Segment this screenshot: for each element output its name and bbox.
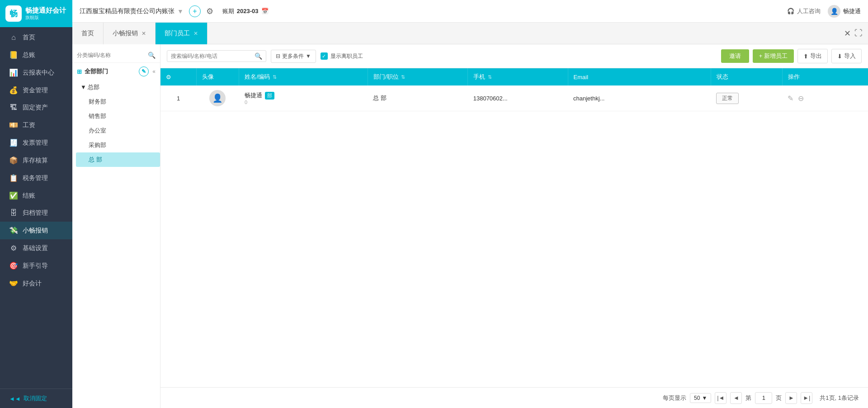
employee-table-wrap: ⚙ 头像 姓名/编码 ⇅ 部门/职位 ⇅ bbox=[160, 68, 868, 387]
dept-edit-button[interactable]: ✎ bbox=[139, 66, 149, 76]
settings-button[interactable]: ⚙ bbox=[206, 6, 213, 16]
logo-icon: 畅 bbox=[5, 5, 22, 22]
page-body: 🔍 ⊞ 全部部门 ✎ « ▼ 总部 财务部 销售部 办公室 bbox=[72, 44, 868, 408]
archive-icon: 🗄 bbox=[9, 209, 18, 217]
dept-item-zongbu-parent[interactable]: ▼ 总部 bbox=[76, 80, 160, 95]
sidebar-item-new-guide[interactable]: 🎯 新手引导 bbox=[0, 257, 72, 275]
col-header-settings[interactable]: ⚙ bbox=[160, 68, 196, 85]
cell-phone: 138070602... bbox=[468, 85, 568, 111]
xiaochang-icon: 💸 bbox=[9, 226, 18, 235]
edit-button[interactable]: ✎ bbox=[788, 95, 793, 102]
invite-button[interactable]: 邀请 bbox=[721, 49, 749, 63]
page-next-button[interactable]: ► bbox=[785, 392, 797, 404]
cell-avatar: 👤 bbox=[196, 85, 239, 111]
home-icon: ⌂ bbox=[9, 33, 18, 42]
dept-tree: ▼ 总部 财务部 销售部 办公室 采购部 总 部 bbox=[72, 80, 160, 167]
add-employee-button[interactable]: + 新增员工 bbox=[753, 49, 794, 63]
employee-search-input[interactable] bbox=[171, 53, 252, 59]
avatar: 👤 bbox=[209, 90, 226, 106]
sidebar-item-tax[interactable]: 📋 税务管理 bbox=[0, 169, 72, 187]
left-panel: 🔍 ⊞ 全部部门 ✎ « ▼ 总部 财务部 销售部 办公室 bbox=[72, 44, 160, 408]
topbar: 江西服宝精品有限责任公司内账张 ▼ + ⚙ 账期 2023-03 📅 🎧 人工咨… bbox=[72, 0, 868, 23]
tab-close-xiaochang[interactable]: ✕ bbox=[142, 30, 146, 37]
col-header-dept[interactable]: 部门/职位 ⇅ bbox=[368, 68, 467, 85]
table-row: 1 👤 畅捷通 部 0 总 部 138070602... chanjethkj.… bbox=[160, 85, 868, 111]
employee-search-icon[interactable]: 🔍 bbox=[255, 52, 262, 60]
employee-search-box: 🔍 bbox=[167, 50, 266, 62]
sidebar-item-report[interactable]: 📊 云报表中心 bbox=[0, 64, 72, 81]
sidebar-item-ledger[interactable]: 📒 总账 bbox=[0, 46, 72, 64]
dept-item-bangong[interactable]: 办公室 bbox=[76, 123, 160, 138]
unpin-button[interactable]: ◄◄ 取消固定 bbox=[0, 389, 72, 408]
sidebar-item-inventory[interactable]: 📦 库存核算 bbox=[0, 152, 72, 169]
per-page-chevron-icon: ▼ bbox=[702, 395, 707, 401]
delete-button[interactable]: ⊖ bbox=[798, 95, 804, 102]
sidebar-item-home[interactable]: ⌂ 首页 bbox=[0, 29, 72, 46]
sort-name-icon[interactable]: ⇅ bbox=[273, 74, 277, 80]
right-panel: 🔍 ⊟ 更多条件 ▼ ✓ 显示离职员工 邀请 + 新增员工 ⬆ 导出 bbox=[160, 44, 868, 408]
sidebar-item-basic-settings[interactable]: ⚙ 基础设置 bbox=[0, 239, 72, 257]
per-page-label: 每页显示 bbox=[663, 394, 686, 402]
sort-phone-icon[interactable]: ⇅ bbox=[488, 74, 492, 80]
grid-icon: ⊞ bbox=[77, 68, 82, 75]
sidebar-item-archive[interactable]: 🗄 归档管理 bbox=[0, 204, 72, 222]
filter-chevron-icon: ▼ bbox=[306, 53, 311, 59]
tab-home[interactable]: 首页 bbox=[72, 23, 104, 44]
user-menu[interactable]: 👤 畅捷通 bbox=[828, 5, 861, 18]
tab-close-button[interactable]: ✕ bbox=[844, 28, 851, 38]
service-button[interactable]: 🎧 人工咨询 bbox=[787, 7, 821, 15]
topbar-right: 🎧 人工咨询 👤 畅捷通 bbox=[787, 5, 861, 18]
export-button[interactable]: ⬆ 导出 bbox=[797, 49, 828, 63]
calendar-icon[interactable]: 📅 bbox=[261, 8, 269, 14]
dept-item-caigou[interactable]: 采购部 bbox=[76, 138, 160, 152]
dept-item-caiwu[interactable]: 财务部 bbox=[76, 95, 160, 109]
col-header-actions: 操作 bbox=[782, 68, 868, 85]
tab-expand-button[interactable]: ⛶ bbox=[854, 28, 863, 38]
main-content: 江西服宝精品有限责任公司内账张 ▼ + ⚙ 账期 2023-03 📅 🎧 人工咨… bbox=[72, 0, 868, 408]
page-prev-button[interactable]: ◄ bbox=[730, 392, 742, 404]
cell-dept: 总 部 bbox=[368, 85, 467, 111]
dept-item-zongbu[interactable]: 总 部 bbox=[76, 152, 160, 167]
sidebar-item-invoice[interactable]: 🧾 发票管理 bbox=[0, 134, 72, 152]
cell-num: 1 bbox=[160, 85, 196, 111]
import-button[interactable]: ⬇ 导入 bbox=[831, 49, 862, 63]
sidebar-item-fund[interactable]: 💰 资金管理 bbox=[0, 81, 72, 99]
col-header-name[interactable]: 姓名/编码 ⇅ bbox=[239, 68, 368, 85]
sidebar-item-salary[interactable]: 💴 工资 bbox=[0, 116, 72, 134]
all-departments-header[interactable]: ⊞ 全部部门 ✎ « bbox=[72, 63, 160, 80]
page-input[interactable] bbox=[755, 392, 772, 404]
sidebar-item-xiaochang[interactable]: 💸 小畅报销 bbox=[0, 222, 72, 239]
dept-collapse-button[interactable]: « bbox=[152, 68, 156, 75]
col-header-email: Email bbox=[568, 68, 711, 85]
sidebar-item-partner[interactable]: 🤝 好会计 bbox=[0, 275, 72, 292]
sidebar-item-fixed-asset[interactable]: 🏗 固定资产 bbox=[0, 99, 72, 116]
toolbar-right-actions: 邀请 + 新增员工 ⬆ 导出 ⬇ 导入 bbox=[721, 49, 862, 63]
dept-item-xiaoshou[interactable]: 销售部 bbox=[76, 109, 160, 123]
filter-button[interactable]: ⊟ 更多条件 ▼ bbox=[271, 50, 316, 63]
dept-search-input[interactable] bbox=[77, 52, 145, 58]
tab-close-dept-employee[interactable]: ✕ bbox=[193, 30, 198, 37]
ledger-icon: 📒 bbox=[9, 51, 18, 59]
pagination-bar: 每页显示 50 ▼ |◄ ◄ 第 页 ► ►| 共1页, 1条记录 bbox=[160, 387, 868, 408]
add-company-button[interactable]: + bbox=[189, 5, 201, 17]
sidebar-item-checkout[interactable]: ✅ 结账 bbox=[0, 187, 72, 204]
col-header-phone[interactable]: 手机 ⇅ bbox=[468, 68, 568, 85]
dept-search-icon[interactable]: 🔍 bbox=[148, 52, 156, 59]
invoice-icon: 🧾 bbox=[9, 138, 18, 147]
headset-icon: 🎧 bbox=[787, 8, 794, 14]
tab-xiaochang[interactable]: 小畅报销 ✕ bbox=[104, 23, 156, 44]
show-resigned-checkbox[interactable]: ✓ 显示离职员工 bbox=[321, 52, 363, 60]
sidebar: 畅 畅捷通好会计 旗舰版 ⌂ 首页 📒 总账 📊 云报表中心 💰 资金管理 🏗 … bbox=[0, 0, 72, 408]
page-first-button[interactable]: |◄ bbox=[715, 392, 726, 404]
fund-icon: 💰 bbox=[9, 86, 18, 95]
page-label: 第 bbox=[745, 394, 751, 402]
avatar: 👤 bbox=[828, 5, 840, 18]
company-selector[interactable]: 江西服宝精品有限责任公司内账张 ▼ bbox=[80, 7, 184, 15]
tax-icon: 📋 bbox=[9, 174, 18, 182]
sidebar-nav: ⌂ 首页 📒 总账 📊 云报表中心 💰 资金管理 🏗 固定资产 💴 工资 🧾 发… bbox=[0, 27, 72, 389]
fixed-asset-icon: 🏗 bbox=[9, 104, 18, 112]
sort-dept-icon[interactable]: ⇅ bbox=[401, 74, 405, 80]
per-page-select[interactable]: 50 ▼ bbox=[690, 393, 711, 403]
page-last-button[interactable]: ►| bbox=[801, 392, 812, 404]
tab-dept-employee[interactable]: 部门员工 ✕ bbox=[156, 23, 208, 44]
